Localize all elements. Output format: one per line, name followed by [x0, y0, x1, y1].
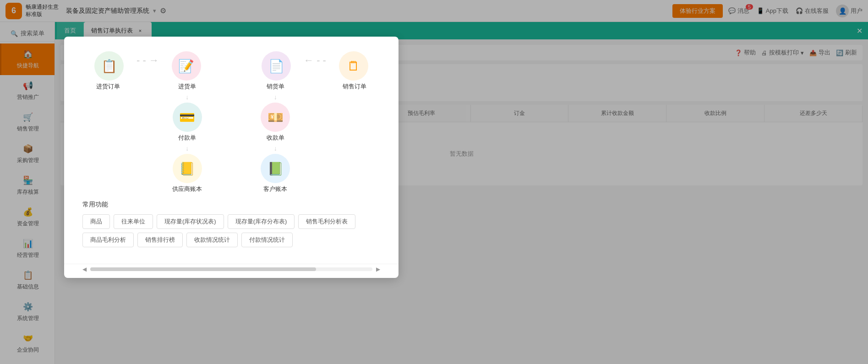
function-btn-6[interactable]: 销售排行榜 [137, 233, 183, 247]
label-purchase-bill: 进货单 [162, 82, 213, 91]
arrow-down-purchase: ↓ [162, 93, 213, 101]
function-buttons-row1: 商品往来单位现存量(库存状况表)现存量(库存分布表)销售毛利分析表商品毛利分析销… [82, 214, 380, 247]
flow-node-sales-bill[interactable]: 📄 [250, 51, 303, 81]
arrow-down-payment: ↓ [162, 145, 213, 152]
function-btn-3[interactable]: 现存量(库存分布表) [228, 214, 295, 229]
scroll-right-btn[interactable]: ▶ [376, 266, 380, 272]
purchase-order-icon: 📋 [94, 51, 124, 81]
scroll-track[interactable] [90, 267, 372, 271]
flow-node-sales-order[interactable]: 🗒 [327, 51, 380, 81]
function-btn-1[interactable]: 往来单位 [114, 214, 153, 229]
scroll-arrows: ◀ ▶ [82, 266, 380, 272]
flow-modal: 📋 - - → 📝 📄 ← - - 🗒 进货订单 进货单 [64, 37, 399, 278]
arrow-left-1: ← - - [303, 54, 327, 77]
receipt-icon: 💴 [261, 103, 290, 132]
purchase-bill-icon: 📝 [172, 51, 201, 81]
payment-icon: 💳 [173, 103, 202, 132]
supplier-ledger-icon: 📒 [173, 154, 202, 183]
function-btn-8[interactable]: 付款情况统计 [241, 233, 293, 247]
common-functions-title: 常用功能 [82, 201, 380, 209]
arrow-down-receipt: ↓ [250, 145, 301, 152]
flow-node-purchase-order[interactable]: 📋 [82, 51, 136, 81]
function-btn-7[interactable]: 收款情况统计 [186, 233, 238, 247]
label-sales-bill: 销货单 [250, 82, 301, 91]
label-sales-order: 销售订单 [329, 82, 381, 91]
scroll-thumb [90, 267, 316, 271]
modal-scroll: ◀ ▶ [64, 264, 399, 278]
sales-bill-icon: 📄 [262, 51, 291, 81]
function-btn-4[interactable]: 销售毛利分析表 [298, 214, 355, 229]
label-receipt: 收款单 [250, 134, 301, 142]
flow-node-customer-ledger[interactable]: 📗 [250, 154, 301, 183]
modal-body: 📋 - - → 📝 📄 ← - - 🗒 进货订单 进货单 [64, 37, 399, 264]
modal-overlay[interactable]: 📋 - - → 📝 📄 ← - - 🗒 进货订单 进货单 [0, 0, 868, 364]
common-functions: 常用功能 商品往来单位现存量(库存状况表)现存量(库存分布表)销售毛利分析表商品… [82, 201, 380, 251]
sales-order-icon: 🗒 [339, 51, 368, 81]
scroll-left-btn[interactable]: ◀ [82, 266, 87, 272]
label-customer-ledger: 客户账本 [250, 185, 301, 193]
label-supplier-ledger: 供应商账本 [162, 185, 213, 193]
function-btn-2[interactable]: 现存量(库存状况表) [157, 214, 224, 229]
function-btn-0[interactable]: 商品 [82, 214, 110, 229]
function-btn-5[interactable]: 商品毛利分析 [82, 233, 134, 247]
flow-node-receipt[interactable]: 💴 [250, 103, 301, 132]
flow-node-purchase-bill[interactable]: 📝 [160, 51, 213, 81]
flow-node-payment[interactable]: 💳 [162, 103, 213, 132]
arrow-down-sales: ↓ [250, 93, 301, 101]
arrow-right-1: - - → [136, 54, 160, 77]
label-payment: 付款单 [162, 134, 213, 142]
label-purchase-order: 进货订单 [82, 82, 134, 91]
customer-ledger-icon: 📗 [261, 154, 290, 183]
function-buttons-row1: 商品往来单位现存量(库存状况表)现存量(库存分布表)销售毛利分析表商品毛利分析销… [82, 214, 380, 251]
flow-node-supplier-ledger[interactable]: 📒 [162, 154, 213, 183]
